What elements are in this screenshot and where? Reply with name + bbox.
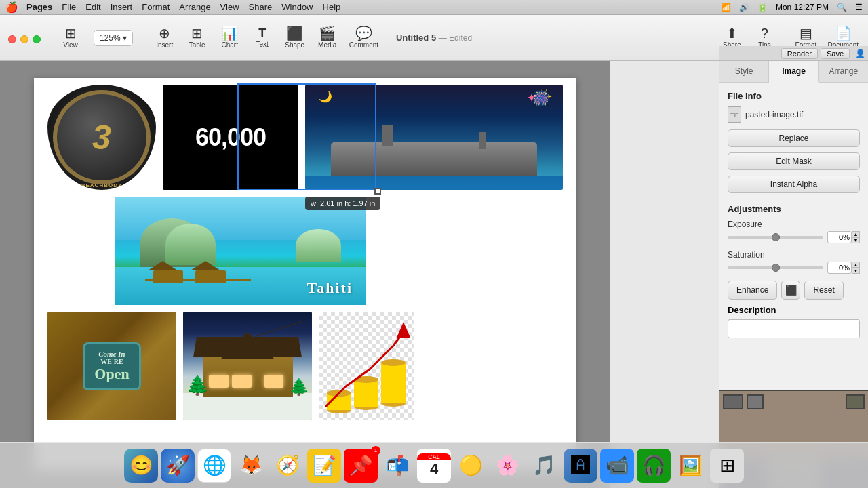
chart-button[interactable]: 📊 Chart [215,24,245,52]
insert-icon: ⊕ [159,26,170,40]
maximize-button[interactable] [33,35,41,43]
menu-arrange[interactable]: Arrange [179,2,210,12]
photos-icon: 🌸 [496,454,519,476]
notification-badge: 1 [371,446,380,455]
tahiti-image[interactable]: Tahiti [115,197,366,305]
dock-mail[interactable]: 📬 [380,449,414,483]
reader-button[interactable]: Reader [781,48,818,59]
save-button[interactable]: Save [821,48,850,59]
description-input[interactable] [728,319,860,338]
levels-icon-button[interactable]: ⬛ [781,281,800,300]
menu-edit[interactable]: Edit [85,2,100,12]
menu-insert[interactable]: Insert [111,2,133,12]
document-panel-icon: 📄 [835,26,852,40]
chalet-image[interactable]: 🌲 🌲 [183,312,312,420]
dock-photos2[interactable]: 🖼️ [673,449,707,483]
dock-photos[interactable]: 🌸 [490,449,524,483]
dock-spotify[interactable]: 🎧 [637,449,671,483]
beachbody-image[interactable]: 3 BEACHBODY [47,85,156,190]
media-button[interactable]: 🎬 Media [313,24,342,52]
dock-launchpad[interactable]: 🚀 [161,449,195,483]
table-button[interactable]: ⊞ Table [182,24,212,52]
exposure-down[interactable]: ▼ [852,237,860,243]
page-canvas[interactable]: 3 BEACHBODY 60,000 ✨ ✦ [34,78,576,471]
tab-image[interactable]: Image [769,61,818,83]
tab-style[interactable]: Style [719,61,769,82]
dock-zoom[interactable]: 📹 [600,449,634,483]
comment-icon: 💬 [355,26,372,40]
apple-menu[interactable]: 🍎 [5,1,18,14]
tab-arrange[interactable]: Arrange [819,61,868,82]
saturation-slider[interactable] [728,266,823,269]
dock-chrome[interactable]: 🌐 [197,449,231,483]
file-info-row: TIF pasted-image.tif [728,106,860,123]
dock-calendar[interactable]: CAL 4 [417,449,451,483]
battery-icon[interactable]: 🔋 [757,3,768,12]
exposure-thumb[interactable] [772,233,780,241]
menu-help[interactable]: Help [323,2,341,12]
money-chart-image[interactable] [319,312,414,420]
saturation-up[interactable]: ▲ [852,262,860,268]
svg-point-8 [381,359,406,366]
red-app-icon: 📌 [349,454,373,476]
text-button[interactable]: T Text [248,24,277,51]
volume-icon[interactable]: 🔊 [739,3,749,12]
exposure-slider[interactable] [728,236,823,239]
instant-alpha-button[interactable]: Instant Alpha [728,176,860,193]
dock-itunes[interactable]: 🎵 [527,449,561,483]
minimize-button[interactable] [20,35,28,43]
sidebar-icon[interactable]: ☰ [855,3,863,12]
shape-button[interactable]: ⬛ Shape [280,24,310,52]
reset-button[interactable]: Reset [804,281,843,300]
format-panel-icon: ▤ [800,26,812,40]
edit-mask-button[interactable]: Edit Mask [728,152,860,170]
cruise-ship-image[interactable]: ✨ ✦ 🌙 [305,85,563,190]
view-button[interactable]: ⊞ View [56,24,85,52]
menu-share[interactable]: Share [249,2,273,12]
dock-firefox[interactable]: 🦊 [234,449,268,483]
zoom-selector[interactable]: 125% ▾ [94,30,133,46]
wifi-icon[interactable]: 📶 [721,3,731,12]
exposure-label: Exposure [728,220,860,229]
view-icon: ⊞ [65,26,77,40]
chrome-icon: 🌐 [203,454,226,476]
comment-button[interactable]: 💬 Comment [345,24,382,52]
menu-view[interactable]: View [220,2,239,12]
dock-app-red[interactable]: 📌 1 [344,449,378,483]
search-icon[interactable]: 🔍 [837,3,847,12]
launchpad-icon: 🚀 [166,454,190,476]
menu-window[interactable]: Window [281,2,313,12]
open-sign-content: Come In WE'RE Open [83,342,140,390]
menu-format[interactable]: Format [142,2,170,12]
insert-button[interactable]: ⊕ Insert [150,24,180,52]
resize-tooltip: w: 2.61 in h: 1.97 in [305,197,380,210]
dock-appstore[interactable]: 🅰 [564,449,597,483]
calendar-month: CAL [417,453,451,460]
dock-notes[interactable]: 📝 [307,449,341,483]
document-title: Untitled 5 — Edited [396,33,472,43]
canvas-area: 3 BEACHBODY 60,000 ✨ ✦ [0,61,610,488]
were-text: WE'RE [94,358,129,365]
close-button[interactable] [8,35,16,43]
saturation-label: Saturation [728,250,860,260]
tahiti-graphic: Tahiti [115,197,366,305]
exposure-stepper[interactable]: ▲ ▼ [852,231,860,243]
enhance-button[interactable]: Enhance [728,281,777,300]
sixty-thousand-image[interactable]: 60,000 [163,85,298,190]
zoom-dropdown-icon: ▾ [123,33,127,43]
app-name[interactable]: Pages [26,2,52,12]
saturation-down[interactable]: ▼ [852,268,860,274]
exposure-up[interactable]: ▲ [852,231,860,237]
replace-button[interactable]: Replace [728,129,860,147]
saturation-stepper[interactable]: ▲ ▼ [852,262,860,274]
saturation-thumb[interactable] [772,264,780,272]
calendar-day: 4 [430,460,438,478]
dock-grid[interactable]: ⊞ [710,449,744,483]
dock-finder[interactable]: 😊 [124,449,158,483]
dock-safari[interactable]: 🧭 [271,449,304,483]
dock-stickies[interactable]: 🟡 [454,449,488,483]
sidebar-content: File Info TIF pasted-image.tif Replace E… [719,83,868,390]
resize-handle[interactable] [374,188,381,195]
menu-file[interactable]: File [62,2,76,12]
open-sign-image[interactable]: Come In WE'RE Open [47,312,176,420]
